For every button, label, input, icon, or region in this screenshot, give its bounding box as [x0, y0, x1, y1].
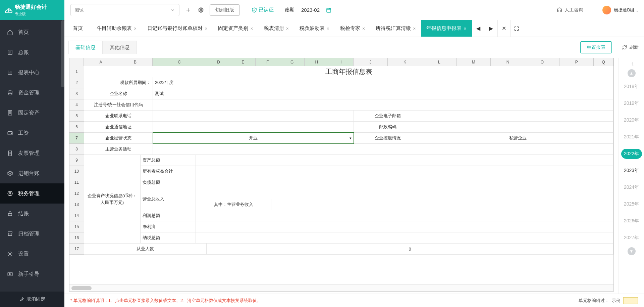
col-header[interactable]: M [457, 58, 491, 66]
cell[interactable] [422, 111, 613, 122]
cell[interactable] [153, 111, 354, 122]
year-item[interactable]: 2024年 [619, 180, 644, 195]
col-header[interactable]: Q [594, 58, 613, 66]
cell[interactable]: 注册号/统一社会信用代码 [84, 99, 153, 111]
cell[interactable] [196, 177, 613, 188]
year-item[interactable]: 2027年 [619, 230, 644, 245]
row-header[interactable]: 10 [69, 166, 84, 177]
tab-item[interactable]: 税负波动表× [294, 20, 335, 37]
year-item[interactable]: 2021年 [619, 130, 644, 144]
row-header[interactable]: 2 [69, 77, 84, 88]
col-header[interactable]: G [280, 58, 305, 66]
year-item[interactable]: 2025年 [619, 197, 644, 212]
tab-item[interactable]: 日记账与银行对账单核对× [142, 20, 213, 37]
period-value[interactable]: 2023-02 [301, 7, 320, 13]
tabs-fullscreen-button[interactable] [510, 20, 523, 37]
row-header[interactable]: 11 [69, 177, 84, 188]
active-cell-dropdown[interactable]: 开业 [153, 133, 354, 144]
cell[interactable]: 其中：主营业务收入 [196, 199, 271, 210]
cell[interactable]: 主营业务活动 [84, 144, 153, 155]
col-header[interactable]: P [559, 58, 594, 66]
cell[interactable] [196, 210, 613, 221]
cell[interactable]: 利润总额 [141, 210, 196, 221]
cell[interactable]: 企业通信地址 [84, 122, 153, 133]
col-header[interactable]: H [305, 58, 329, 66]
col-header[interactable]: E [231, 58, 256, 66]
col-header[interactable]: D [206, 58, 231, 66]
row-header[interactable]: 15 [69, 221, 84, 232]
nav-tax[interactable]: 税务管理 [0, 183, 64, 204]
year-item-active[interactable]: 2022年 [621, 149, 642, 159]
tab-item[interactable]: 固定资产类别× [213, 20, 258, 37]
cell[interactable] [153, 144, 613, 155]
row-header[interactable]: 12 [69, 188, 84, 199]
cell[interactable]: 纳税总额 [141, 232, 196, 244]
year-item[interactable]: 2018年 [619, 79, 644, 94]
col-header[interactable]: O [525, 58, 559, 66]
row-header[interactable]: 14 [69, 210, 84, 221]
year-item[interactable]: 2020年 [619, 113, 644, 128]
row-header[interactable]: 6 [69, 122, 84, 133]
nav-guide[interactable]: 新手引导 [0, 264, 64, 284]
nav-reports[interactable]: 报表中心 [0, 62, 64, 83]
sheet-title[interactable]: 工商年报信息表 [84, 66, 613, 77]
col-header[interactable]: I [329, 58, 354, 66]
subtab-basic[interactable]: 基础信息 [68, 41, 103, 54]
cell[interactable]: 邮政编码 [354, 122, 423, 133]
col-header[interactable]: A [84, 58, 118, 66]
close-icon[interactable]: × [362, 26, 365, 31]
col-header[interactable]: C [153, 58, 207, 66]
reset-report-button[interactable]: 重置报表 [580, 41, 612, 53]
tab-home[interactable]: 首页 [64, 20, 91, 37]
close-icon[interactable]: × [413, 26, 416, 31]
year-item[interactable]: 2019年 [619, 96, 644, 111]
cell[interactable]: 资产总额 [141, 155, 196, 166]
cell[interactable]: 2022年度 [153, 77, 613, 88]
tabs-next-button[interactable]: ▶ [485, 20, 497, 37]
refresh-button[interactable]: 刷新 [622, 44, 639, 50]
tab-item[interactable]: 斗目辅助余额表× [91, 20, 142, 37]
cell[interactable]: 负债总额 [141, 177, 196, 188]
cell[interactable] [196, 166, 613, 177]
nav-close[interactable]: 结账 [0, 204, 64, 224]
cell[interactable]: 企业名称 [84, 88, 153, 99]
col-header[interactable]: L [422, 58, 457, 66]
collapse-icon[interactable]: 《 [629, 61, 635, 67]
tab-item-active[interactable]: 年报信息申报表× [421, 20, 472, 37]
select-all-corner[interactable] [69, 58, 84, 66]
cell[interactable]: 税款所属期间： [84, 77, 153, 88]
tabs-prev-button[interactable]: ◀ [472, 20, 485, 37]
col-header[interactable]: K [388, 58, 422, 66]
cell[interactable]: 0 [207, 244, 613, 255]
close-icon[interactable]: × [250, 26, 253, 31]
cell[interactable] [196, 188, 613, 199]
row-header[interactable]: 3 [69, 88, 84, 99]
tab-item[interactable]: 税检专家× [335, 20, 370, 37]
subtab-other[interactable]: 其他信息 [103, 41, 137, 54]
calendar-icon[interactable] [326, 7, 332, 13]
col-header[interactable]: F [256, 58, 280, 66]
cell[interactable]: 私营企业 [422, 133, 613, 144]
cell[interactable] [196, 232, 613, 244]
row-header[interactable]: 7 [69, 133, 84, 144]
cell[interactable]: 企业联系电话 [84, 111, 153, 122]
cell[interactable] [153, 122, 354, 133]
close-icon[interactable]: × [327, 26, 329, 31]
nav-archive[interactable]: 归档管理 [0, 224, 64, 244]
nav-funds[interactable]: 资金管理 [0, 83, 64, 103]
nav-settings[interactable]: 设置 [0, 244, 64, 264]
nav-ledger[interactable]: 总账 [0, 42, 64, 62]
horizontal-scrollbar[interactable] [69, 284, 613, 291]
close-icon[interactable]: × [205, 26, 207, 31]
row-header[interactable]: 9 [69, 155, 84, 166]
cell[interactable] [422, 122, 613, 133]
settings-button[interactable] [197, 6, 205, 14]
close-icon[interactable]: × [134, 26, 137, 31]
row-header[interactable]: 5 [69, 111, 84, 122]
nav-salary[interactable]: 工资 [0, 123, 64, 143]
close-icon[interactable]: × [464, 26, 466, 31]
row-header[interactable]: 4 [69, 99, 84, 111]
org-selector[interactable]: 测试 [70, 4, 179, 16]
cell[interactable]: 营业总收入 [141, 188, 196, 210]
year-prev-button[interactable]: ▲ [628, 69, 636, 77]
